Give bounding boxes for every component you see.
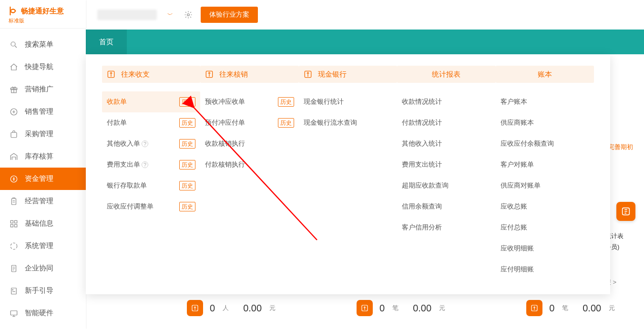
menu-item-0-2[interactable]: 其他收入单?历史 — [102, 133, 200, 154]
sidebar-item-9[interactable]: 系统管理 — [0, 235, 86, 257]
summary-count: 0 — [379, 303, 385, 314]
menu-item-label: 现金银行统计 — [304, 98, 344, 106]
svg-point-16 — [187, 14, 190, 16]
sidebar-item-label: 基础信息 — [25, 219, 53, 228]
menu-item-3-0[interactable]: 收款情况统计 — [397, 91, 495, 112]
summary-amount-unit: 元 — [609, 304, 615, 312]
menu-item-0-4[interactable]: 银行存取款单历史 — [102, 175, 200, 196]
floating-shortcut-icon[interactable] — [616, 202, 635, 221]
doc-icon — [10, 264, 18, 273]
menu-item-label: 应付明细账 — [501, 265, 534, 274]
sidebar-item-label: 系统管理 — [25, 241, 53, 250]
history-tag[interactable]: 历史 — [179, 139, 195, 149]
column-header-text: 现金银行 — [318, 70, 347, 79]
history-tag[interactable]: 历史 — [179, 97, 195, 107]
brand-logo-icon — [8, 6, 18, 16]
summary-card-0: 0人0.00元 — [187, 300, 276, 316]
menu-item-3-2[interactable]: 其他收入统计 — [397, 133, 495, 154]
summary-count-unit: 笔 — [562, 304, 568, 312]
history-tag[interactable]: 历史 — [278, 118, 294, 128]
menu-item-3-5[interactable]: 信用余额查询 — [397, 196, 495, 217]
menu-item-3-3[interactable]: 费用支出统计 — [397, 154, 495, 175]
menu-item-1-0[interactable]: 预收冲应收单历史 — [200, 91, 298, 112]
menu-item-label: 客户账本 — [501, 98, 527, 106]
menu-item-label: 应收应付调整单 — [107, 202, 153, 211]
history-tag[interactable]: 历史 — [179, 202, 195, 211]
brand-edition: 标准版 — [9, 17, 78, 24]
svg-point-11 — [10, 243, 17, 249]
sidebar-item-7[interactable]: 经营管理 — [0, 190, 86, 212]
topbar: ﹀ 体验行业方案 — [86, 0, 644, 30]
history-tag[interactable]: 历史 — [179, 160, 195, 169]
search-icon — [10, 40, 18, 49]
sidebar-item-6[interactable]: 资金管理 — [0, 168, 86, 190]
bag-icon — [10, 130, 18, 139]
menu-item-label: 预收冲应收单 — [205, 98, 245, 106]
menu-item-2-0[interactable]: 现金银行统计 — [299, 91, 397, 112]
svg-rect-15 — [10, 310, 17, 315]
menu-column-header: 往来核销 — [200, 66, 298, 83]
funds-mega-menu: 往来收支收款单历史付款单历史其他收入单?历史费用支出单?历史银行存取款单历史应收… — [86, 54, 610, 294]
summary-card-2: 0笔0.00元 — [526, 300, 615, 316]
summary-amount: 0.00 — [413, 303, 431, 314]
sidebar-item-label: 营销推广 — [25, 85, 53, 94]
menu-item-4-3[interactable]: 客户对账单 — [496, 154, 594, 175]
menu-item-0-0[interactable]: 收款单历史 — [102, 91, 200, 112]
menu-item-2-1[interactable]: 现金银行流水查询 — [299, 112, 397, 133]
settings-gear-icon[interactable] — [184, 10, 193, 20]
menu-item-0-5[interactable]: 应收应付调整单历史 — [102, 196, 200, 217]
menu-item-3-1[interactable]: 付款情况统计 — [397, 112, 495, 133]
menu-item-1-3[interactable]: 付款核销执行 — [200, 154, 298, 175]
menu-column-header: 账本 — [496, 66, 594, 83]
summary-cards-row: 0人0.00元0笔0.00元0笔0.00元 — [187, 292, 633, 324]
menu-column-header: 现金银行 — [299, 66, 397, 83]
menu-item-4-8[interactable]: 应付明细账 — [496, 259, 594, 280]
history-tag[interactable]: 历史 — [179, 118, 195, 128]
menu-item-4-7[interactable]: 应收明细账 — [496, 238, 594, 259]
industry-plan-button[interactable]: 体验行业方案 — [201, 7, 258, 23]
sidebar-item-2[interactable]: 营销推广 — [0, 78, 86, 100]
menu-item-1-1[interactable]: 预付冲应付单历史 — [200, 112, 298, 133]
menu-item-3-6[interactable]: 客户信用分析 — [397, 217, 495, 238]
menu-item-label: 其他收入单? — [107, 140, 148, 148]
sidebar-item-3[interactable]: 销售管理 — [0, 100, 86, 123]
menu-item-0-1[interactable]: 付款单历史 — [102, 112, 200, 133]
menu-item-4-6[interactable]: 应付总账 — [496, 217, 594, 238]
svg-rect-7 — [10, 220, 13, 223]
sidebar-item-label: 智能硬件 — [25, 309, 53, 318]
sidebar-item-label: 销售管理 — [25, 107, 53, 116]
book-icon — [10, 287, 18, 295]
sidebar-item-5[interactable]: 库存核算 — [0, 145, 86, 168]
sidebar-item-10[interactable]: 企业协同 — [0, 257, 86, 279]
help-icon[interactable]: ? — [142, 161, 148, 168]
history-tag[interactable]: 历史 — [179, 181, 195, 190]
sidebar-item-0[interactable]: 搜索菜单 — [0, 33, 86, 56]
company-dropdown-chevron-icon[interactable]: ﹀ — [164, 11, 176, 19]
gift-icon — [10, 85, 18, 94]
brand-title: 畅捷通好生意 — [21, 7, 64, 16]
sidebar-item-label: 采购管理 — [25, 130, 53, 139]
summary-card-icon — [526, 300, 542, 316]
menu-item-4-4[interactable]: 供应商对账单 — [496, 175, 594, 196]
menu-item-4-2[interactable]: 应收应付余额查询 — [496, 133, 594, 154]
menu-item-4-1[interactable]: 供应商账本 — [496, 112, 594, 133]
menu-item-4-0[interactable]: 客户账本 — [496, 91, 594, 112]
column-header-icon — [106, 69, 116, 80]
help-icon[interactable]: ? — [142, 140, 148, 147]
menu-item-4-5[interactable]: 应收总账 — [496, 196, 594, 217]
menu-item-label: 信用余额查询 — [402, 202, 442, 211]
menu-item-3-4[interactable]: 超期应收款查询 — [397, 175, 495, 196]
menu-item-label: 应付总账 — [501, 223, 527, 232]
history-tag[interactable]: 历史 — [278, 97, 294, 107]
sidebar-item-8[interactable]: 基础信息 — [0, 212, 86, 235]
sidebar-item-11[interactable]: 新手引导 — [0, 279, 86, 302]
sidebar-item-label: 经营管理 — [25, 197, 53, 206]
sidebar-item-4[interactable]: 采购管理 — [0, 123, 86, 145]
menu-item-label: 供应商对账单 — [501, 181, 541, 190]
sidebar-item-1[interactable]: 快捷导航 — [0, 56, 86, 78]
tab-home[interactable]: 首页 — [86, 30, 127, 54]
menu-item-1-2[interactable]: 收款核销执行 — [200, 133, 298, 154]
svg-rect-13 — [11, 288, 17, 294]
menu-item-0-3[interactable]: 费用支出单?历史 — [102, 154, 200, 175]
sidebar-item-12[interactable]: 智能硬件 — [0, 302, 86, 324]
